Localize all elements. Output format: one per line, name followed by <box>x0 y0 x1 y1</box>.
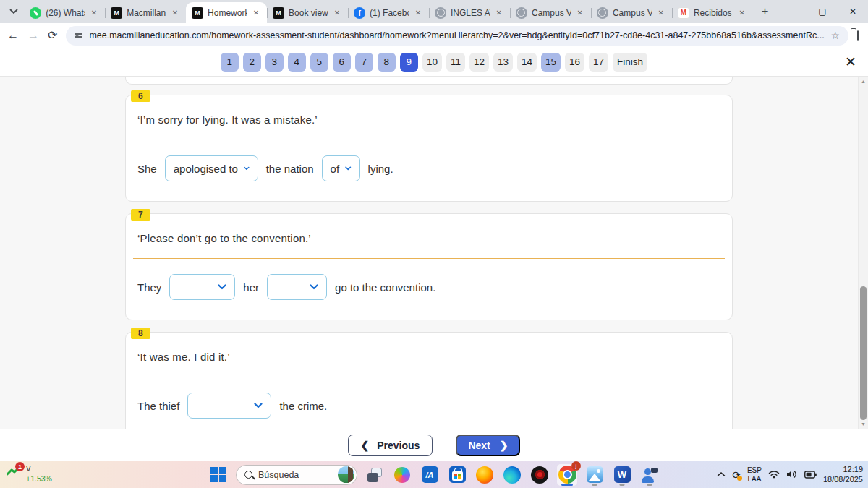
page-button-7[interactable]: 7 <box>355 53 373 72</box>
tab-close-icon[interactable]: ✕ <box>332 8 342 17</box>
previous-button[interactable]: ❮ Previous <box>348 435 433 456</box>
tab-close-icon[interactable]: ✕ <box>575 8 585 17</box>
media-app-button[interactable] <box>529 464 550 486</box>
contacts-button[interactable] <box>639 464 660 486</box>
page-button-16[interactable]: 16 <box>565 53 584 72</box>
tab-title: Campus Virtu <box>532 8 571 18</box>
tab-close-icon[interactable]: ✕ <box>413 8 423 17</box>
chrome-button[interactable]: j <box>557 464 577 486</box>
question-card-7: 7 ‘Please don’t go to the convention.’ T… <box>125 213 733 320</box>
scrollbar[interactable]: ▲ ▼ <box>858 77 868 429</box>
page-button-4[interactable]: 4 <box>288 53 306 72</box>
scrollbar-thumb[interactable] <box>860 286 867 420</box>
page-button-3[interactable]: 3 <box>265 53 284 72</box>
tab-close-icon[interactable]: ✕ <box>656 8 666 17</box>
stocks-widget[interactable]: 1 V +1.53% <box>7 464 52 484</box>
bookmark-star-icon[interactable]: ☆ <box>831 30 841 41</box>
browser-tab[interactable]: MBook view✕ <box>267 2 348 23</box>
browser-tab[interactable]: MRecibidos (4✕ <box>672 2 753 23</box>
page-button-12[interactable]: 12 <box>469 53 489 72</box>
extensions-icon[interactable] <box>857 30 859 41</box>
sentence-text: She <box>137 163 157 175</box>
sync-status-icon[interactable]: ⟳ <box>732 470 741 480</box>
site-settings-icon[interactable] <box>75 33 82 38</box>
campus-favicon-icon <box>597 7 608 19</box>
page-button-15[interactable]: 15 <box>541 53 561 72</box>
page-button-17[interactable]: 17 <box>589 53 608 72</box>
browser-tab[interactable]: MHomework✕ <box>186 2 267 23</box>
browser-tab[interactable]: Campus Virtu✕ <box>591 2 672 23</box>
taskbar-clock[interactable]: 12:19 18/08/2025 <box>823 465 863 485</box>
sentence-text: lying. <box>368 163 393 175</box>
question-card-6: 6 ‘I’m sorry for lying. It was a mistake… <box>125 95 733 202</box>
page-button-14[interactable]: 14 <box>517 53 537 72</box>
answer-dropdown-1[interactable] <box>187 393 271 419</box>
page-button-6[interactable]: 6 <box>333 53 351 72</box>
page-button-5[interactable]: 5 <box>310 53 328 72</box>
answer-dropdown-2[interactable] <box>267 274 327 300</box>
taskbar-search[interactable]: Búsqueda <box>236 465 357 485</box>
chevron-left-icon: ❮ <box>361 440 370 451</box>
task-view-button[interactable] <box>365 464 385 486</box>
minimize-button[interactable]: – <box>777 0 807 23</box>
url-text[interactable]: mee.macmillaneducation.com/homework-asse… <box>89 30 824 40</box>
close-window-button[interactable]: ✕ <box>838 0 868 23</box>
page-button-2[interactable]: 2 <box>243 53 261 72</box>
forward-icon[interactable]: → <box>27 30 39 41</box>
page-button-13[interactable]: 13 <box>493 53 513 72</box>
close-assessment-icon[interactable]: ✕ <box>845 55 856 69</box>
battery-icon[interactable] <box>804 468 817 481</box>
tab-search-chevron-icon[interactable] <box>4 2 22 21</box>
facebook-favicon-icon: f <box>354 7 365 19</box>
volume-icon[interactable] <box>786 468 798 481</box>
browser-tab[interactable]: (26) WhatsAp✕ <box>24 2 105 23</box>
scroll-area: 6 ‘I’m sorry for lying. It was a mistake… <box>0 77 858 429</box>
firefox-button[interactable] <box>475 464 495 486</box>
tab-close-icon[interactable]: ✕ <box>89 8 99 17</box>
new-tab-button[interactable]: + <box>756 2 774 21</box>
tab-close-icon[interactable]: ✕ <box>170 8 180 17</box>
maximize-button[interactable]: ▢ <box>807 0 838 23</box>
reload-icon[interactable]: ⟳ <box>48 30 57 41</box>
macmillan-favicon-icon: M <box>111 7 122 19</box>
page-button-10[interactable]: 10 <box>422 53 442 72</box>
tray-chevron-up-icon[interactable] <box>717 471 726 479</box>
photos-button[interactable] <box>584 464 605 486</box>
copilot-button[interactable] <box>392 464 412 486</box>
address-bar[interactable]: mee.macmillaneducation.com/homework-asse… <box>66 26 848 46</box>
blue-a-app-button[interactable]: /A <box>420 464 440 486</box>
word-button[interactable]: W <box>612 464 632 486</box>
stock-change: +1.53% <box>26 474 52 484</box>
page-button-1[interactable]: 1 <box>221 53 239 72</box>
page-button-finish[interactable]: Finish <box>613 53 647 72</box>
answer-dropdown-2[interactable]: of <box>322 155 360 181</box>
wifi-icon[interactable] <box>768 468 780 481</box>
chevron-down-icon <box>218 284 226 290</box>
back-icon[interactable]: ← <box>7 30 19 41</box>
browser-tab[interactable]: Campus Virtu✕ <box>510 2 591 23</box>
chevron-right-icon: ❯ <box>500 440 509 451</box>
language-indicator[interactable]: ESP LAA <box>747 466 762 483</box>
page-button-11[interactable]: 11 <box>446 53 465 72</box>
sentence-text: her <box>243 281 259 294</box>
macmillan-favicon-icon: M <box>192 7 203 19</box>
answer-sentence: The thief the crime. <box>126 377 732 429</box>
search-daily-image[interactable] <box>338 466 354 483</box>
page-button-9[interactable]: 9 <box>400 53 418 72</box>
microsoft-store-button[interactable] <box>447 464 467 486</box>
scroll-up-arrow-icon[interactable]: ▲ <box>859 79 868 84</box>
tab-close-icon[interactable]: ✕ <box>251 8 261 17</box>
page-button-8[interactable]: 8 <box>378 53 396 72</box>
answer-dropdown-1[interactable] <box>169 274 235 300</box>
browser-tab[interactable]: f(1) Facebook✕ <box>348 2 429 23</box>
start-button[interactable] <box>208 464 229 486</box>
tab-close-icon[interactable]: ✕ <box>494 8 504 17</box>
next-button[interactable]: Next ❯ <box>456 435 520 456</box>
browser-tab[interactable]: MMacmillan Ed✕ <box>105 2 186 23</box>
tab-close-icon[interactable]: ✕ <box>737 8 747 17</box>
answer-dropdown-1[interactable]: apologised to <box>165 155 258 181</box>
edge-button[interactable] <box>502 464 522 486</box>
chevron-down-icon <box>310 284 318 290</box>
browser-tab[interactable]: INGLES AVAN✕ <box>429 2 510 23</box>
scroll-down-arrow-icon[interactable]: ▼ <box>859 421 868 427</box>
